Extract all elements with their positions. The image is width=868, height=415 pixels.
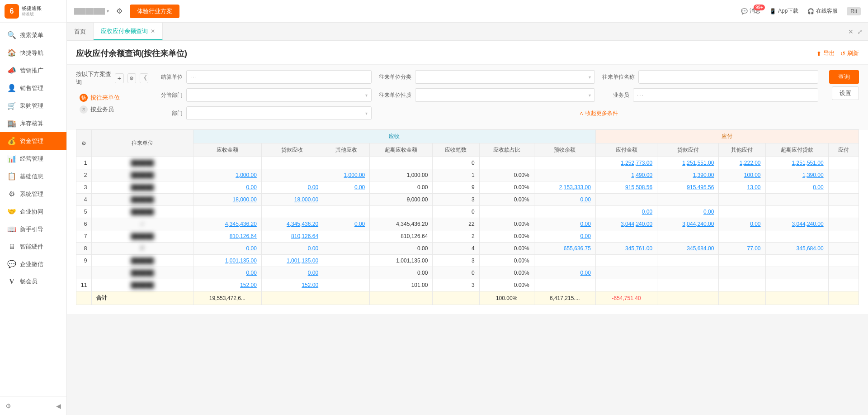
user-name: Rit [847,7,861,15]
partner-type-input[interactable]: ▾ [415,88,595,102]
topbar-user[interactable]: Rit [847,8,861,14]
filter-scheme-label: 按以下方案查询 [76,70,111,86]
staff-input[interactable]: ··· [633,88,818,102]
sidebar-item-search-menu[interactable]: 🔍 搜索菜单 [0,26,66,44]
sidebar-item-label: 销售管理 [20,84,43,92]
data-table: ⚙ 往来单位 应收 应付 应收金额 贷款应收 其他应收 超期应收金额 [76,129,859,305]
th-ar-overdue: 超期应收金额 [370,143,433,157]
filter-collapse-scheme-btn[interactable]: 《 [140,73,148,83]
sidebar-item-label: 营销推广 [20,67,43,75]
filter-settings-btn[interactable]: ⚙ [127,73,136,83]
sidebar-item-label: 企业协同 [20,208,43,216]
sidebar-item-label: 智能硬件 [20,243,43,251]
export-icon: ⬆ [816,50,821,57]
scheme-item-by-staff[interactable]: ⏱ 按业务员 [76,104,139,115]
filter-area: 按以下方案查询 + ⚙ 《 畅 按往来单位 [67,65,868,129]
filter-collapse-btn[interactable]: ∧ 收起更多条件 [576,107,620,120]
filter-field-partner-category: 往来单位分类 ▾ [379,70,595,84]
th-ap-amount: 应付金额 [595,143,657,157]
scheme-label: 按业务员 [90,105,114,114]
page-content: 应收应付余额查询(按往来单位) ⬆ 导出 ↺ 刷新 [67,41,868,314]
table-gear-icon[interactable]: ⚙ [81,140,86,147]
filter-field-dept: 部门 ▾ [156,106,372,120]
sidebar-item-purchase[interactable]: 🛒 采购管理 [0,97,66,114]
sidebar-item-quick-nav[interactable]: 🏠 快捷导航 [0,44,66,62]
sidebar-item-enterprise[interactable]: 🤝 企业协同 [0,203,66,220]
sidebar-collapse-btn[interactable]: ◀︎ [56,402,61,410]
topbar-service-btn[interactable]: 🎧 在线客服 [807,7,838,15]
sidebar-item-finance[interactable]: 💰 资金管理 [0,132,66,150]
sidebar: 6 畅捷通账 标准版 🔍 搜索菜单 🏠 快捷导航 📣 营销推广 👤 销售管理 [0,0,67,415]
topbar-gear-icon[interactable]: ⚙ [116,7,123,15]
refresh-icon: ↺ [840,50,845,57]
filter-add-btn[interactable]: + [115,73,123,83]
sidebar-item-guide[interactable]: 📖 新手引导 [0,220,66,238]
scheme-label: 按往来单位 [90,94,120,102]
query-btn[interactable]: 查询 [829,70,859,84]
chevron-down-icon: ▾ [107,9,109,14]
setting-btn[interactable]: 设置 [832,86,859,100]
th-ap-overdue: 超期应付贷款 [765,143,828,157]
logo-badge: 标准版 [22,11,42,17]
tab-close-all-btn[interactable]: ✕ [848,28,854,35]
sidebar-item-wechat[interactable]: 💬 企业微信 [0,255,66,273]
th-ap-loan: 贷款应付 [657,143,719,157]
sidebar-item-label: 搜索菜单 [20,31,43,39]
refresh-btn[interactable]: ↺ 刷新 [840,49,859,57]
chevron-down-icon: ▾ [589,75,591,80]
scheme-partner-icon: 畅 [80,94,88,102]
sidebar-item-sales[interactable]: 👤 销售管理 [0,79,66,97]
filter-field-staff: 业务员 ··· [602,88,818,102]
sidebar-item-label: 经营管理 [20,155,43,163]
partner-category-input[interactable]: ▾ [415,70,595,84]
sidebar-item-inventory[interactable]: 🏬 库存核算 [0,114,66,132]
page-title: 应收应付余额查询(按往来单位) [76,48,187,59]
table-row: 2██████1,000.001,000.001,000.0010.00%1,4… [76,169,859,181]
dept-manager-input[interactable]: ▾ [186,88,372,102]
summary-ar-ratio: 100.00% [479,291,534,305]
tab-ar-ap[interactable]: 应收应付余额查询 ✕ [94,23,163,40]
basic-info-icon: 📋 [7,172,16,181]
chevron-up-icon: ∧ [579,110,585,116]
staff-label: 业务员 [602,91,629,99]
sidebar-item-label: 资金管理 [20,137,43,145]
dept-manager-label: 分管部门 [156,91,183,99]
tab-maximize-btn[interactable]: ⤢ [857,28,863,35]
dept-input[interactable]: ▾ [186,106,372,120]
export-btn[interactable]: ⬆ 导出 [816,49,835,57]
query-actions: 查询 设置 [822,70,859,124]
msg-badge: 99+ [754,5,765,10]
scheme-item-by-partner[interactable]: 畅 按往来单位 [76,92,139,104]
purchase-icon: 🛒 [7,101,16,110]
tab-close-icon[interactable]: ✕ [151,28,155,34]
table-row: 6✓4,345,436.204,345,436.200.004,345,436.… [76,218,859,230]
home-tab-label: 首页 [74,28,86,36]
app-icon: 📱 [769,8,776,14]
sidebar-item-basic-info[interactable]: 📋 基础信息 [0,167,66,185]
sidebar-item-marketing[interactable]: 📣 营销推广 [0,62,66,79]
sidebar-item-smart-hw[interactable]: 🖥 智能硬件 [0,238,66,255]
tab-home[interactable]: 首页 [67,23,94,40]
sidebar-settings-btn[interactable]: ⚙ [5,402,11,410]
filter-field-dept-manager: 分管部门 ▾ [156,88,372,102]
guide-icon: 📖 [7,225,16,234]
sidebar-item-member[interactable]: V 畅会员 [0,273,66,290]
topbar-breadcrumb: ████████ ▾ [74,8,109,14]
sidebar-item-label: 基础信息 [20,172,43,181]
partner-name-input[interactable] [638,70,818,84]
logo-icon: 6 [5,4,19,19]
table-row: 3██████0.000.000.000.0090.00%2,153,333.0… [76,181,859,194]
finance-icon: 💰 [7,137,16,145]
th-ar-other: 其他应收 [323,143,370,157]
th-ar-ratio: 应收款占比 [479,143,534,157]
sidebar-item-system[interactable]: ⚙ 系统管理 [0,185,66,203]
summary-label: 合计 [92,291,193,305]
page-header: 应收应付余额查询(按往来单位) ⬆ 导出 ↺ 刷新 [67,41,868,65]
topbar-msg-btn[interactable]: 💬 消息 99+ [741,7,760,15]
settlement-unit-input[interactable]: ··· [186,70,372,84]
sidebar-item-operation[interactable]: 📊 经营管理 [0,150,66,167]
table-row: ██████0.000.000.0000.00%0.00 [76,267,859,279]
topbar-app-download-btn[interactable]: 📱 App下载 [769,7,798,15]
solution-btn[interactable]: 体验行业方案 [130,5,179,18]
topbar: ████████ ▾ ⚙ 体验行业方案 💬 消息 99+ 📱 App下载 🎧 在… [67,0,868,23]
